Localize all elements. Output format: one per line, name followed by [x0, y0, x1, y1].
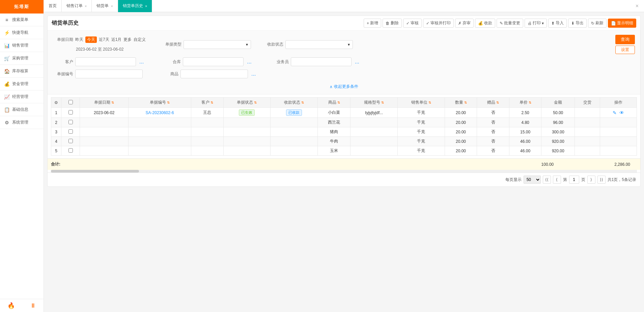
scrollbar-thumb[interactable] — [51, 170, 139, 173]
window-close-button[interactable]: × — [634, 2, 641, 10]
tab-sales-history[interactable]: 销货单历史 × — [118, 0, 152, 12]
salesperson-dots[interactable]: ... — [354, 59, 361, 65]
collect-status-cell — [271, 146, 318, 156]
tab-sales-order-close[interactable]: × — [85, 4, 87, 8]
customer-column-header[interactable]: 客户 ⇅ — [191, 98, 224, 108]
row-checkbox-cell[interactable] — [61, 127, 80, 137]
doc-number-sort-icon: ⇅ — [167, 101, 170, 104]
row-checkbox-cell[interactable] — [61, 146, 80, 156]
tab-sales-order[interactable]: 销售订单 × — [62, 0, 92, 12]
row-checkbox[interactable] — [68, 120, 73, 124]
sidebar-item-search-menu[interactable]: ≡ 搜索菜单 — [0, 14, 44, 26]
doc-status-column-header[interactable]: 单据状态 ⇅ — [223, 98, 271, 108]
unit-column-header[interactable]: 销售单位 ⇅ — [398, 98, 445, 108]
row-edit-button[interactable]: ✎ — [611, 110, 618, 115]
horizontal-scrollbar[interactable] — [51, 170, 637, 173]
row-checkbox[interactable] — [68, 139, 73, 143]
goods-column-header[interactable]: 商品 ⇅ — [317, 98, 350, 108]
show-detail-button[interactable]: 📄 显示明细 — [608, 19, 636, 28]
setup-button[interactable]: 设置 — [615, 46, 635, 54]
page-wrapper: 销货单历史 + 新增 🗑 删除 ✓ 审核 ✓ 审核并打印 — [47, 16, 641, 187]
date-shortcut-yesterday[interactable]: 昨天 — [75, 37, 83, 43]
sidebar-item-basic-info[interactable]: 📋 基础信息 — [0, 103, 44, 116]
goods-dots[interactable]: ... — [250, 71, 257, 77]
tab-home[interactable]: 首页 — [44, 0, 62, 12]
query-button[interactable]: 查询 — [615, 35, 635, 44]
page-number-input[interactable] — [569, 176, 579, 184]
date-shortcut-more[interactable]: 更多 — [123, 37, 132, 43]
sidebar-item-inventory[interactable]: 🏠 库存核算 — [0, 65, 44, 78]
export-icon: ⬇ — [571, 21, 575, 26]
gift-cell: 否 — [477, 118, 509, 127]
warehouse-input[interactable] — [183, 57, 244, 66]
tab-sales-goods[interactable]: 销货单 × — [92, 0, 118, 12]
sidebar-pause-icon[interactable]: ⏸ — [30, 302, 36, 309]
doc-type-select[interactable]: ▾ — [184, 40, 251, 49]
tab-bar-right: × — [634, 2, 644, 10]
tab-sales-goods-label: 销货单 — [96, 3, 109, 9]
collect-status-select[interactable]: ▾ — [285, 40, 353, 49]
settings-column-header[interactable]: ⚙ — [51, 98, 61, 108]
sidebar-item-finance[interactable]: 💰 资金管理 — [0, 78, 44, 90]
abandon-button[interactable]: ✗ 弃审 — [455, 19, 474, 28]
date-shortcut-7days[interactable]: 近7天 — [99, 37, 109, 43]
collapse-button[interactable]: ∧ 收起更多条件 — [53, 82, 635, 90]
unit-cell: 千克 — [398, 118, 445, 127]
row-checkbox[interactable] — [68, 110, 73, 114]
gift-column-header[interactable]: 赠品 ⇅ — [477, 98, 509, 108]
first-page-button[interactable]: ⟨⟨ — [543, 176, 551, 184]
new-button[interactable]: + 新增 — [364, 19, 381, 28]
checkbox-column-header[interactable] — [61, 98, 80, 108]
export-button[interactable]: ⬇ 导出 — [568, 19, 587, 28]
warehouse-dots[interactable]: ... — [246, 59, 253, 65]
prev-page-button[interactable]: ⟨ — [553, 176, 561, 184]
row-checkbox-cell[interactable] — [61, 118, 80, 127]
warehouse-label: 合库 — [161, 59, 181, 65]
doc-number-input[interactable] — [75, 70, 143, 78]
price-column-header[interactable]: 单价 ⇅ — [509, 98, 541, 108]
date-shortcut-1month[interactable]: 近1月 — [111, 37, 122, 43]
qty-column-header[interactable]: 数量 ⇅ — [445, 98, 477, 108]
batch-change-button[interactable]: ✎ 批量变更 — [497, 19, 523, 28]
sidebar-item-quick-nav[interactable]: ⚡ 快捷导航 — [0, 26, 44, 39]
sidebar-fire-icon[interactable]: 🔥 — [7, 302, 15, 309]
row-num-cell: 3 — [51, 127, 61, 137]
row-view-button[interactable]: 👁 — [618, 110, 625, 115]
import-button[interactable]: ⬆ 导入 — [548, 19, 567, 28]
review-button[interactable]: ✓ 审核 — [403, 19, 422, 28]
tab-sales-history-close[interactable]: × — [145, 4, 147, 8]
goods-input[interactable] — [180, 70, 248, 78]
inventory-icon: 🏠 — [4, 69, 9, 74]
sidebar-item-label: 基础信息 — [12, 107, 28, 112]
date-shortcut-custom[interactable]: 自定义 — [134, 37, 146, 43]
select-all-checkbox[interactable] — [68, 100, 73, 104]
sidebar-item-system-mgmt[interactable]: ⚙ 系统管理 — [0, 116, 44, 129]
refresh-button[interactable]: ↻ 刷新 — [588, 19, 607, 28]
row-checkbox-cell[interactable] — [61, 137, 80, 146]
sidebar-item-purchase-mgmt[interactable]: 🛒 采购管理 — [0, 52, 44, 65]
sidebar-item-operations[interactable]: 📈 经营管理 — [0, 90, 44, 103]
sidebar-item-sales-mgmt[interactable]: 📊 销售管理 — [0, 39, 44, 52]
customer-dots[interactable]: ... — [138, 59, 145, 65]
row-checkbox-cell[interactable] — [61, 108, 80, 118]
customer-input[interactable] — [75, 57, 136, 66]
row-checkbox[interactable] — [68, 129, 73, 134]
gift-cell: 否 — [477, 137, 509, 146]
last-page-button[interactable]: ⟩⟩ — [597, 176, 606, 184]
doc-date-column-header[interactable]: 单据日期 ⇅ — [80, 98, 129, 108]
per-page-select[interactable]: 50 100 200 — [524, 176, 541, 184]
doc-number-link[interactable]: SA-20230602-6 — [146, 110, 174, 115]
salesperson-input[interactable] — [291, 57, 352, 66]
tab-sales-goods-close[interactable]: × — [111, 4, 113, 8]
collect-button[interactable]: 💰 收款 — [475, 19, 495, 28]
next-page-button[interactable]: ⟩ — [587, 176, 595, 184]
date-shortcut-today[interactable]: 今天 — [85, 36, 97, 43]
delete-button[interactable]: 🗑 删除 — [383, 19, 402, 28]
tab-bar: 首页 销售订单 × 销货单 × 销货单历史 × × — [44, 0, 644, 12]
review-print-button[interactable]: ✓ 审核并打印 — [423, 19, 454, 28]
spec-column-header[interactable]: 规格型号 ⇅ — [351, 98, 398, 108]
collect-status-column-header[interactable]: 收款状态 ⇅ — [271, 98, 318, 108]
row-checkbox[interactable] — [68, 148, 73, 153]
doc-number-column-header[interactable]: 单据编号 ⇅ — [129, 98, 191, 108]
print-button[interactable]: 🖨 打印 ▾ — [525, 19, 547, 28]
